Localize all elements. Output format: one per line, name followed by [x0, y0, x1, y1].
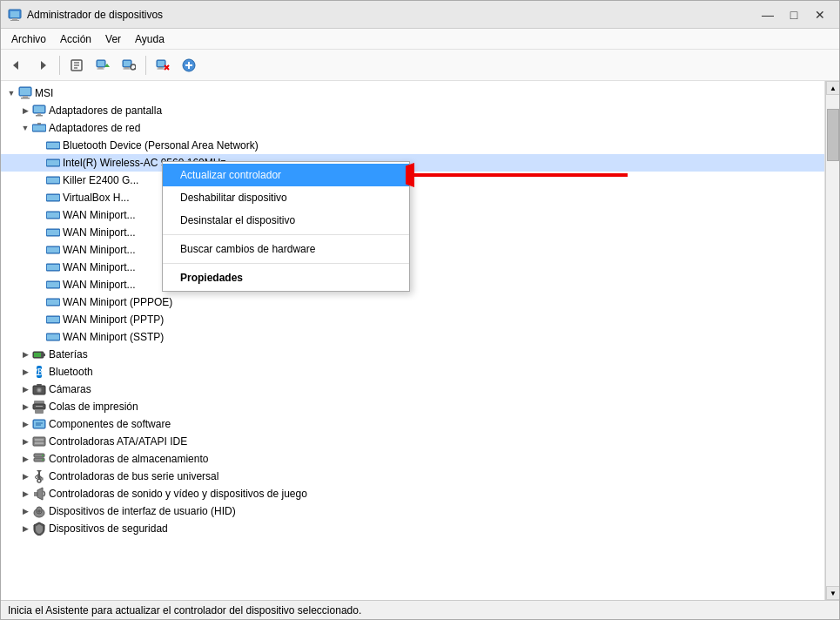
expander-sound[interactable]: ▶ [18, 487, 32, 501]
expander-storage[interactable]: ▶ [18, 452, 32, 466]
svg-rect-37 [36, 115, 43, 117]
expander-hid[interactable]: ▶ [18, 504, 32, 518]
display-adapter-icon [32, 104, 46, 118]
tree-item-wan1[interactable]: ▶ WAN Miniport... [1, 206, 824, 224]
expander-componentes[interactable]: ▶ [18, 417, 32, 431]
wan-sstp-icon [46, 330, 60, 344]
tree-item-baterias[interactable]: ▶ Baterías [1, 346, 824, 363]
tree-item-wan3[interactable]: ▶ WAN Miniport... [1, 241, 824, 259]
bluetooth-icon: ℬ [32, 365, 46, 379]
svg-marker-5 [41, 61, 46, 70]
tree-item-killer[interactable]: ▶ Killer E2400 G... [1, 172, 824, 189]
scan-button[interactable] [117, 53, 141, 78]
svg-marker-97 [37, 488, 43, 500]
tree-label-componentes: Componentes de software [49, 418, 171, 430]
scroll-up-arrow[interactable]: ▲ [826, 81, 839, 95]
menu-ver[interactable]: Ver [98, 31, 128, 47]
tree-item-virtualbox[interactable]: ▶ VirtualBox H... [1, 189, 824, 206]
expander-pantalla[interactable]: ▶ [18, 104, 32, 118]
wan3-icon [46, 243, 60, 257]
tree-label-killer: Killer E2400 G... [63, 174, 138, 186]
tree-item-wan-pppoe[interactable]: ▶ WAN Miniport (PPPOE) [1, 293, 824, 311]
tree-item-sound[interactable]: ▶ Controladoras de sonido y vídeo y disp… [1, 485, 824, 502]
svg-rect-40 [37, 123, 41, 125]
svg-rect-54 [47, 247, 59, 253]
scrollbar-vertical[interactable]: ▲ ▼ [825, 81, 839, 600]
tree-label-usb: Controladoras de bus serie universal [49, 470, 218, 482]
tree-item-ata[interactable]: ▶ Controladoras ATA/ATAPI IDE [1, 433, 824, 450]
expander-ata[interactable]: ▶ [18, 435, 32, 448]
maximize-button[interactable]: □ [782, 6, 806, 24]
svg-rect-36 [37, 113, 41, 115]
tree-label-security: Dispositivos de seguridad [49, 522, 168, 535]
tree-item-usb[interactable]: ▶ Controladoras de bus serie universal [1, 468, 824, 485]
svg-rect-11 [97, 61, 104, 66]
tree-root-label: MSI [35, 87, 53, 99]
expander-root[interactable]: ▼ [4, 86, 18, 100]
tree-item-bluetooth[interactable]: ▶ ℬ Bluetooth [1, 363, 824, 381]
menu-archivo[interactable]: Archivo [4, 31, 53, 47]
menu-ayuda[interactable]: Ayuda [128, 31, 171, 47]
close-button[interactable]: ✕ [808, 6, 832, 24]
add-hardware-button[interactable] [177, 53, 201, 78]
expander-red[interactable]: ▼ [18, 121, 32, 135]
ctx-desinstalar[interactable]: Desinstalar el dispositivo [163, 209, 409, 232]
tree-item-componentes[interactable]: ▶ Componentes de software [1, 415, 824, 433]
scroll-down-arrow[interactable]: ▼ [826, 586, 839, 600]
tree-label-wan-sstp: WAN Miniport (SSTP) [63, 331, 164, 343]
wan5-icon [46, 278, 60, 292]
hid-icon [32, 504, 46, 518]
svg-rect-60 [47, 300, 59, 305]
ctx-deshabilitar[interactable]: Deshabilitar dispositivo [163, 186, 409, 209]
tree-item-wan5[interactable]: ▶ WAN Miniport... [1, 276, 824, 293]
tree-item-colas[interactable]: ▶ Colas de impresión [1, 398, 824, 415]
uninstall-button[interactable] [151, 53, 175, 78]
tree-item-bluetooth-device[interactable]: ▶ Bluetooth Device (Personal Area Networ… [1, 137, 824, 154]
expander-camaras[interactable]: ▶ [18, 382, 32, 396]
minimize-button[interactable]: — [756, 6, 780, 24]
ctx-propiedades[interactable]: Propiedades [163, 266, 409, 289]
printer-icon [32, 400, 46, 414]
tree-item-intel-wireless[interactable]: ▶ Intel(R) Wireless-AC 9560 160MHz [1, 154, 824, 172]
main-window: Administrador de dispositivos — □ ✕ Arch… [0, 0, 840, 620]
expander-bluetooth[interactable]: ▶ [18, 365, 32, 379]
device-tree[interactable]: ▼ MSI ▶ [1, 81, 825, 600]
storage-icon [32, 452, 46, 466]
scroll-thumb[interactable] [827, 109, 839, 161]
svg-rect-77 [36, 406, 43, 407]
tree-item-adaptadores-pantalla[interactable]: ▶ Adaptadores de pantalla [1, 102, 824, 119]
tree-item-security[interactable]: ▶ Dispositivos de seguridad [1, 520, 824, 537]
svg-rect-23 [158, 67, 163, 69]
tree-root[interactable]: ▼ MSI [1, 84, 824, 102]
svg-point-72 [38, 389, 41, 392]
wan4-icon [46, 260, 60, 274]
tree-item-wan-pptp[interactable]: ▶ WAN Miniport (PPTP) [1, 311, 824, 328]
ctx-buscar[interactable]: Buscar cambios de hardware [163, 238, 409, 260]
tree-item-wan2[interactable]: ▶ WAN Miniport... [1, 224, 824, 241]
tree-item-wan4[interactable]: ▶ WAN Miniport... [1, 259, 824, 276]
expander-colas[interactable]: ▶ [18, 400, 32, 414]
tree-item-storage[interactable]: ▶ Controladoras de almacenamiento [1, 450, 824, 468]
expander-usb[interactable]: ▶ [18, 469, 32, 483]
expander-baterias[interactable]: ▶ [18, 347, 32, 361]
svg-marker-4 [13, 61, 18, 70]
tree-item-adaptadores-red[interactable]: ▼ Adaptadores de red [1, 119, 824, 137]
forward-button[interactable] [30, 53, 55, 78]
content-area: ▼ MSI ▶ [1, 81, 839, 600]
tree-label-wan-pppoe: WAN Miniport (PPPOE) [63, 296, 172, 308]
update-driver-button[interactable] [91, 53, 115, 78]
properties-button[interactable] [64, 53, 89, 78]
expander-security[interactable]: ▶ [18, 522, 32, 536]
svg-rect-52 [47, 230, 59, 235]
tree-label-sound: Controladoras de sonido y vídeo y dispos… [49, 488, 307, 500]
tree-label-hid: Dispositivos de interfaz de usuario (HID… [49, 505, 236, 517]
tree-label-virtualbox: VirtualBox H... [63, 192, 129, 204]
back-button[interactable] [4, 53, 29, 78]
menu-accion[interactable]: Acción [53, 31, 98, 47]
tree-item-hid[interactable]: ▶ Dispositivos de interfaz de usuario (H… [1, 502, 824, 520]
svg-rect-74 [34, 401, 44, 404]
tree-label-bluetooth: Bluetooth [49, 366, 93, 378]
tree-item-wan-sstp[interactable]: ▶ WAN Miniport (SSTP) [1, 328, 824, 346]
ctx-actualizar[interactable]: Actualizar controlador [163, 164, 409, 186]
tree-item-camaras[interactable]: ▶ Cámaras [1, 381, 824, 398]
